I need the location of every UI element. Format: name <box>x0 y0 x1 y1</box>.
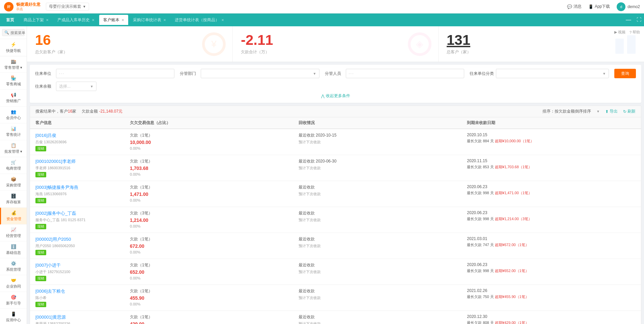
sidebar-item-enterprise[interactable]: 🤝 企业协同 <box>0 275 27 292</box>
sidebar-item-retail-mgmt[interactable]: 🏬 零售管理 ▾ <box>0 56 27 73</box>
sidebar-item-batch-mgmt[interactable]: 📋 批发管理 ▾ <box>0 140 27 157</box>
customer-info: [000002]用户2050 用户2050 18665062050 现销 <box>35 236 130 255</box>
tab-products[interactable]: 商品上下架 ✕ <box>20 15 53 25</box>
source-unit-input[interactable]: ··· <box>56 69 174 78</box>
customer-phone: 用户2050 18665062050 <box>35 243 130 248</box>
sidebar-item-marketing[interactable]: 📢 营销推广 <box>0 90 27 107</box>
sidebar-item-retail-stats[interactable]: 📊 零售统计 <box>0 123 27 140</box>
sidebar-item-system[interactable]: ⚙️ 系统管理 <box>0 258 27 275</box>
debt-amount-info: 欠款金额 -21,148.07元 <box>82 109 122 114</box>
company-select[interactable]: 母婴行业演示账套 ▼ <box>46 3 89 10</box>
tab-home[interactable]: 首页 <box>1 15 19 25</box>
system-icon: ⚙️ <box>11 261 16 266</box>
close-icon[interactable]: ✕ <box>221 18 224 22</box>
sidebar-item-operations[interactable]: 📈 经营管理 <box>0 225 27 241</box>
unit-type-select[interactable]: ▼ <box>496 69 609 78</box>
payback-info: 最近收款 2020-10-15 预计下次收款 <box>299 132 467 145</box>
dept-select[interactable]: ▼ <box>201 69 319 78</box>
overdue-link[interactable]: 超期¥10,000.00（1笔） <box>495 139 534 143</box>
overdue-link[interactable]: 超期¥429.00（1笔） <box>495 321 529 324</box>
customer-info: [0016]吕俊 吕俊 13026203696 现销 <box>35 132 130 151</box>
customer-name-link[interactable]: [0003]畅捷服务尹海燕 <box>35 184 130 190</box>
tab-history[interactable]: 产成品入库单历史 ✕ <box>53 15 99 25</box>
card1-number: 16 <box>35 33 67 47</box>
customer-name-link[interactable]: [0007]小进干 <box>35 262 130 268</box>
quick-nav-item[interactable]: ⚡ 快捷导航 <box>0 39 27 56</box>
overdue-link[interactable]: 超期¥672.00（1笔） <box>495 243 529 247</box>
customer-info: [0003]畅捷服务尹海燕 海燕 18513066976 现销 <box>35 184 130 203</box>
app-download-btn[interactable]: 📱 App下载 <box>588 4 610 9</box>
message-label: 消息 <box>573 4 582 9</box>
retail-stats-icon: 📊 <box>11 126 16 131</box>
sidebar-item-retail-store[interactable]: 🏪 零售商城 <box>0 73 27 90</box>
tab-collapse-btn[interactable]: — <box>624 17 633 23</box>
marketing-icon: 📢 <box>11 92 16 97</box>
overdue-link[interactable]: 超期¥652.00（1笔） <box>495 269 529 273</box>
card-debt-amount: ◈ -2.11 欠款合计（万） <box>233 26 439 62</box>
quick-nav-icon: ⚡ <box>10 42 16 47</box>
enterprise-label: 企业协同 <box>6 284 21 289</box>
unit-type-label: 往来单位分类 <box>470 71 494 77</box>
overdue-link[interactable]: 超期¥455.90（1笔） <box>495 295 529 299</box>
basic-icon: ℹ️ <box>11 244 16 249</box>
guide-icon: 🎯 <box>11 295 16 300</box>
customer-name-link[interactable]: [000001]黄思源 <box>35 314 130 320</box>
sidebar-item-basic[interactable]: ℹ️ 基础信息 <box>0 241 27 258</box>
user-area[interactable]: d demo2 <box>617 2 640 11</box>
customer-tag: 现销 <box>35 146 46 151</box>
query-button[interactable]: 查询 <box>614 69 636 78</box>
payback-info: 最近收款 预计下次收款 <box>299 210 467 223</box>
sidebar-item-app-center[interactable]: 📱 应用中心 <box>0 309 27 324</box>
help-btn[interactable]: ? 帮助 <box>629 30 640 35</box>
due-info: 2020.10.15 最长欠款 884 天 超期¥10,000.00（1笔） <box>467 132 636 144</box>
balance-select[interactable]: 选择... ▼ <box>56 82 96 91</box>
avatar: d <box>617 2 625 11</box>
close-icon[interactable]: ✕ <box>92 18 94 22</box>
overdue-link[interactable]: 超期¥1,471.00（1笔） <box>495 191 532 195</box>
overdue-link[interactable]: 超期¥1,214.00（3笔） <box>495 217 532 221</box>
card-debit-customers: ¥ 16 总欠款客户（家） <box>27 26 233 62</box>
sort-arrow-icon: ▼ <box>596 110 600 113</box>
sidebar-item-guide[interactable]: 🎯 新手引导 <box>0 292 27 309</box>
close-icon[interactable]: ✕ <box>163 18 166 22</box>
customer-name-link[interactable]: [0006]去下粮仓 <box>35 288 130 294</box>
balance-placeholder: 选择... <box>59 84 71 89</box>
customer-name-link[interactable]: [000002]用户2050 <box>35 236 130 242</box>
sidebar-item-finance[interactable]: 💰 资金管理 <box>0 208 27 225</box>
message-btn[interactable]: 💬 消息 <box>567 4 582 9</box>
tab-customer-account[interactable]: 客户账本 ✕ <box>99 15 128 25</box>
app-center-icon: 📱 <box>11 312 16 317</box>
tab-purchase-stats[interactable]: 进货单统计表（按商品） ✕ <box>171 15 228 25</box>
customer-tag: 现销 <box>35 250 46 255</box>
payback-info: 最近收款 预计下次收款 <box>299 236 467 248</box>
video-btn[interactable]: ▶ 视频 <box>614 30 625 35</box>
customer-name-link[interactable]: [0016]吕俊 <box>35 132 130 139</box>
ecommerce-label: 电商管理 <box>6 166 21 171</box>
customer-phone: 吕俊 13026203696 <box>35 140 130 145</box>
export-btn[interactable]: ⬆ 导出 <box>605 109 618 114</box>
collapse-btn[interactable]: ⋀ 收起更多条件 <box>321 93 350 99</box>
sidebar-item-inventory[interactable]: 🗄️ 库存核算 <box>0 191 27 208</box>
logo-icon: 好 <box>4 2 13 11</box>
card1-label: 总欠款客户（家） <box>35 49 67 55</box>
close-icon[interactable]: ✕ <box>46 18 49 22</box>
sidebar-item-member[interactable]: 👥 会员中心 <box>0 107 27 123</box>
retail-stats-label: 零售统计 <box>6 132 21 137</box>
batch-mgmt-label: 批发管理 ▾ <box>4 149 22 154</box>
search-input[interactable] <box>10 31 27 35</box>
close-icon[interactable]: ✕ <box>121 18 124 22</box>
chevron-down-icon: ▼ <box>313 72 316 76</box>
refresh-btn[interactable]: ↻ 刷新 <box>623 109 636 114</box>
customer-name-link[interactable]: [0002]服务中心_丁磊 <box>35 210 130 216</box>
customer-name-link[interactable]: [0001020001]李老师 <box>35 158 130 165</box>
overdue-link[interactable]: 超期¥1,703.68（1笔） <box>495 165 532 169</box>
sidebar-item-purchase[interactable]: 📦 采购管理 <box>0 174 27 191</box>
tab-purchase-order[interactable]: 采购订单统计表 ✕ <box>129 15 170 25</box>
tab-expand-btn[interactable]: ⛶ <box>635 17 643 23</box>
sidebar-item-ecommerce[interactable]: 🛒 电商管理 <box>0 157 27 174</box>
person-input[interactable]: ··· <box>346 69 464 78</box>
col-payback: 回收情况 <box>299 120 467 126</box>
top-bar: 好 畅捷通好生意 示点 母婴行业演示账套 ▼ 💬 消息 📱 App下载 d de… <box>0 0 644 13</box>
refresh-icon: ↻ <box>623 109 626 114</box>
video-label: 视频 <box>618 30 625 35</box>
